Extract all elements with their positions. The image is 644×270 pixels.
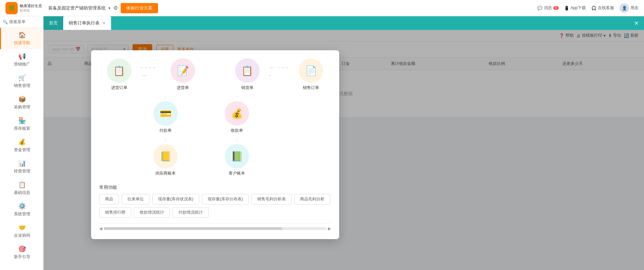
func-btn-sales-profit[interactable]: 销售毛利分析表 (251, 194, 292, 204)
top-bar-right: 💬 消息 6 📱 App下载 🎧 在线客服 👤 用友 (537, 3, 639, 13)
supplier-ledger-circle: 📒 (153, 144, 178, 168)
sidebar-item-system[interactable]: ⚙️ 系统管理 (0, 199, 43, 220)
message-action[interactable]: 💬 消息 6 (537, 5, 559, 11)
customer-ledger-icon: 📗 (231, 151, 243, 162)
sidebar-item-cooperation[interactable]: 🤝 企业协同 (0, 220, 43, 242)
func-btn-product-profit[interactable]: 商品毛利分析 (294, 194, 330, 204)
function-buttons: 商品 往来单位 现存量(库存状况表) 现存量(库存分布表) 销售毛利分析表 商品… (99, 194, 331, 204)
func-btn-receipt-stats[interactable]: 收款情况统计 (134, 207, 170, 218)
scroll-track[interactable] (104, 227, 327, 230)
purchase-bill-icon: 📝 (177, 65, 189, 76)
main-area: 🔍 搜索菜单 🏠 快捷导航 📢 营销推广 🛒 销售管理 📦 采购管理 🏪 (0, 16, 644, 270)
customer-ledger-circle: 📗 (225, 144, 249, 168)
purchase-order-circle: 📋 (107, 58, 132, 83)
online-service-action[interactable]: 🎧 在线客服 (591, 5, 614, 11)
func-btn-sales-rank[interactable]: 销售排行榜 (99, 207, 131, 218)
sales-bill-circle: 📋 (235, 58, 260, 83)
down-arrow-payment: ↓ (143, 136, 188, 141)
common-functions: 常用功能 商品 往来单位 现存量(库存状况表) 现存量(库存分布表) 销售毛利分… (99, 184, 331, 218)
purchase-order-icon: 📋 (113, 65, 125, 76)
marketing-icon: 📢 (18, 53, 26, 60)
sidebar-item-base-info[interactable]: 📋 基础信息 (0, 178, 43, 199)
top-bar-left: 🌿 畅康通好生意 标准版 装备及固定资产辅助管理系统 ▾ ⚙ 体验行业方案 (5, 2, 158, 14)
payment-circle: 💳 (153, 101, 178, 126)
window-close-icon[interactable]: ✕ (634, 20, 639, 26)
dropdown-icon[interactable]: ▾ (108, 6, 110, 11)
func-btn-product[interactable]: 商品 (99, 194, 119, 204)
flow-row-3: 📒 供应商账本 📗 客户账本 (99, 144, 331, 176)
func-btn-stock-status[interactable]: 现存量(库存状况表) (152, 194, 199, 204)
logo-text: 畅康通好生意 标准版 (20, 3, 42, 13)
sidebar-search[interactable]: 🔍 搜索菜单 (0, 16, 43, 28)
settings-icon[interactable]: ⚙ (113, 5, 118, 11)
finance-icon: 💰 (18, 138, 26, 146)
tab-home[interactable]: 首页 (43, 16, 63, 30)
flow-row-arrows: ↓ ↓ (99, 93, 331, 98)
down-arrow-receipt: ↓ (215, 136, 259, 141)
purchase-icon: 📦 (18, 95, 26, 103)
sidebar-item-quick-nav[interactable]: 🏠 快捷导航 (0, 28, 43, 49)
inventory-icon: 🏪 (18, 117, 26, 124)
func-btn-stock-dist[interactable]: 现存量(库存分布表) (202, 194, 249, 204)
service-icon: 🎧 (591, 6, 596, 11)
content-area: 首页 销售订单执行表 ✕ ✕ ❓ 帮助 (43, 16, 644, 270)
logo-area: 🌿 畅康通好生意 标准版 (5, 2, 43, 14)
flow-node-purchase-order[interactable]: 📋 进货订单 (99, 58, 139, 91)
flow-row-2: 💳 付款单 💰 收款单 (99, 101, 331, 133)
flow-node-customer-ledger[interactable]: 📗 客户账本 (215, 144, 259, 176)
receipt-icon: 💰 (231, 108, 243, 119)
experience-button[interactable]: 体验行业方案 (121, 3, 158, 13)
flow-node-sales-bill[interactable]: 📋 销货单 (227, 58, 267, 91)
sidebar-item-finance[interactable]: 💰 资金管理 (0, 135, 43, 156)
flow-node-purchase-bill[interactable]: 📝 进货单 (163, 58, 203, 91)
flow-node-sales-order[interactable]: 📄 销售订单 (291, 58, 331, 91)
search-icon: 🔍 (3, 20, 8, 24)
purchase-bill-circle: 📝 (171, 58, 195, 83)
sidebar-item-guide[interactable]: 🎯 新手引导 (0, 242, 43, 263)
user-action[interactable]: 👤 用友 (620, 3, 639, 13)
flow-node-payment[interactable]: 💳 付款单 (143, 101, 188, 133)
scroll-thumb (104, 227, 282, 230)
supplier-ledger-icon: 📒 (160, 151, 172, 162)
sidebar-item-inventory[interactable]: 🏪 库存核算 (0, 113, 43, 135)
scroll-right-icon[interactable]: ▶ (328, 226, 331, 231)
receipt-circle: 💰 (225, 101, 249, 126)
top-bar: 🌿 畅康通好生意 标准版 装备及固定资产辅助管理系统 ▾ ⚙ 体验行业方案 💬 … (0, 0, 644, 16)
message-badge: 6 (553, 6, 559, 10)
tab-close-icon[interactable]: ✕ (102, 21, 106, 25)
payment-icon: 💳 (160, 108, 172, 119)
modal-scroll: ◀ ▶ (99, 223, 331, 231)
scroll-left-icon[interactable]: ◀ (99, 226, 102, 231)
common-functions-title: 常用功能 (99, 184, 331, 191)
func-btn-partner[interactable]: 往来单位 (122, 194, 150, 204)
sidebar-item-purchase[interactable]: 📦 采购管理 (0, 92, 43, 113)
app-container: 🌿 畅康通好生意 标准版 装备及固定资产辅助管理系统 ▾ ⚙ 体验行业方案 💬 … (0, 0, 644, 270)
flow-diagram: 📋 进货订单 - - - - → 📝 进货单 (99, 58, 331, 179)
sales-icon: 🛒 (18, 74, 26, 82)
sidebar-item-operations[interactable]: 📊 经营管理 (0, 156, 43, 178)
tab-sales-order[interactable]: 销售订单执行表 ✕ (63, 16, 111, 30)
function-buttons-row2: 销售排行榜 收款情况统计 付款情况统计 (99, 207, 331, 218)
sales-order-circle: 📄 (299, 58, 323, 83)
func-btn-payment-stats[interactable]: 付款情况统计 (173, 207, 209, 218)
avatar: 👤 (620, 3, 629, 13)
flow-row-1: 📋 进货订单 - - - - → 📝 进货单 (99, 58, 331, 91)
flow-row-arrows-2: ↓ ↓ (99, 136, 331, 141)
sidebar-item-marketing[interactable]: 📢 营销推广 (0, 49, 43, 71)
app-download-action[interactable]: 📱 App下载 (564, 5, 586, 11)
arrow-left-1: ← - - - - (268, 64, 290, 79)
modal-overlay[interactable]: 📋 进货订单 - - - - → 📝 进货单 (43, 30, 644, 270)
message-icon: 💬 (537, 6, 542, 11)
sidebar-item-sales[interactable]: 🛒 销售管理 (0, 71, 43, 92)
quick-nav-modal: 📋 进货订单 - - - - → 📝 进货单 (91, 50, 339, 239)
flow-node-receipt[interactable]: 💰 收款单 (215, 101, 259, 133)
system-icon: ⚙️ (18, 202, 26, 210)
down-arrow-sales: ↓ (215, 93, 259, 98)
base-info-icon: 📋 (18, 181, 26, 188)
arrow-right-1: - - - - → (140, 64, 161, 79)
sales-order-icon: 📄 (305, 65, 317, 76)
flow-node-supplier-ledger[interactable]: 📒 供应商账本 (143, 144, 188, 176)
sales-bill-icon: 📋 (241, 65, 253, 76)
content-body: ❓ 帮助 🖨 按模板打印 ▾ ⬆ 导出 🔄 (43, 30, 644, 270)
cooperation-icon: 🤝 (18, 224, 26, 231)
